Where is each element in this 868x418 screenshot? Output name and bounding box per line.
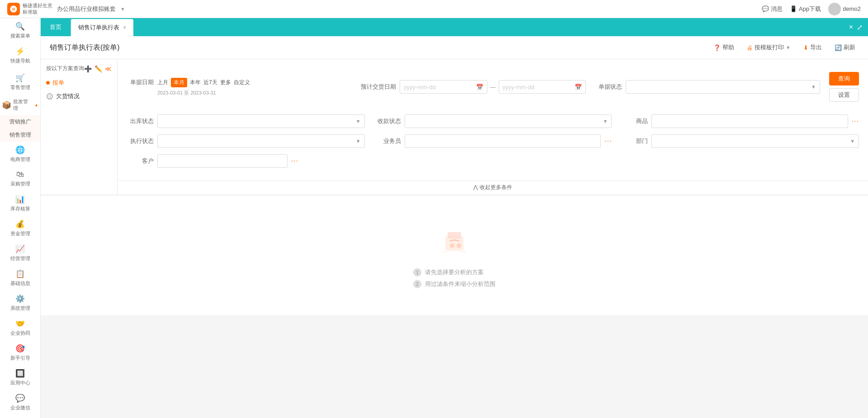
date-tab-current[interactable]: 本月 <box>171 78 187 87</box>
collapse-plan-icon[interactable]: ≪ <box>105 65 112 72</box>
salesperson-dots-btn[interactable]: ··· <box>604 137 612 145</box>
enterprise-collab-icon: 🤝 <box>15 319 25 328</box>
expected-date-range: yyyy-mm-dd 📅 — yyyy-mm-dd 📅 <box>400 80 586 94</box>
app-download-action[interactable]: 📱 App下载 <box>790 5 821 13</box>
wholesale-collapse-icon: ▲ <box>34 103 38 107</box>
product-input[interactable] <box>651 114 848 128</box>
empty-state-icon <box>436 223 472 259</box>
filter-field-date: 单据日期 上月 本月 本年 近7天 更多 自定义 <box>127 78 352 96</box>
system-mgmt-icon: ⚙️ <box>15 294 25 304</box>
customer-dots-btn[interactable]: ··· <box>291 157 298 165</box>
edit-plan-icon[interactable]: ✏️ <box>94 65 102 72</box>
empty-tip-2: 2 用过滤条件来缩小分析范围 <box>413 280 495 288</box>
exec-status-select[interactable]: ▼ <box>157 134 365 148</box>
tab-home[interactable]: 首页 <box>41 18 71 36</box>
sidebar-item-enterprise-wechat[interactable]: 💬 企业微信 <box>0 390 40 415</box>
retail-mgmt-icon: 🛒 <box>15 73 25 83</box>
finance-mgmt-icon: 💰 <box>15 219 25 229</box>
svg-rect-3 <box>445 237 463 250</box>
top-bar: 畅捷通好生意 标准版 办公用品行业模拟账套 ▼ 💬 消息 📱 App下载 dem… <box>0 0 868 18</box>
date-tab-custom[interactable]: 自定义 <box>234 79 250 86</box>
status-select[interactable]: ▼ <box>626 80 820 94</box>
app-title-dropdown-icon[interactable]: ▼ <box>120 6 125 12</box>
filter-option-by-order[interactable]: 按单 <box>41 76 117 90</box>
refresh-icon: 🔄 <box>835 44 842 51</box>
sidebar-item-search-menu[interactable]: 🔍 搜索菜单 <box>0 18 40 43</box>
content-area: 首页 销售订单执行表 × × ⤢ 销售订单执行表(按单) ❓ 帮助 <box>41 18 868 418</box>
payment-status-select[interactable]: ▼ <box>405 114 612 128</box>
collapse-btn[interactable]: ⋀ 收起更多条件 <box>118 180 868 194</box>
sidebar-item-inventory-check[interactable]: 📊 库存核算 <box>0 191 40 216</box>
add-plan-icon[interactable]: ➕ <box>84 65 92 72</box>
print-btn[interactable]: 🖨 按模板打印 ▼ <box>743 42 794 53</box>
sidebar-sub-item-sales-mgmt[interactable]: 销售管理 <box>0 128 40 142</box>
empty-state: 1 请先选择要分析的方案 2 用过滤条件来缩小分析范围 <box>41 196 868 315</box>
svg-point-6 <box>457 243 461 248</box>
top-bar-left: 畅捷通好生意 标准版 办公用品行业模拟账套 ▼ <box>7 3 125 15</box>
filter-form: 单据日期 上月 本月 本年 近7天 更多 自定义 <box>118 59 868 180</box>
sidebar-item-retail-mgmt[interactable]: 🛒 零售管理 <box>0 70 40 95</box>
maximize-btn[interactable]: ⤢ <box>857 23 863 32</box>
sidebar-item-wholesale-mgmt[interactable]: 📦 批发管理 ▲ <box>0 95 40 115</box>
quick-nav-icon: ⚡ <box>15 47 25 56</box>
refresh-btn[interactable]: 🔄 刷新 <box>831 42 859 53</box>
svg-text:欠: 欠 <box>48 95 52 99</box>
page-content: 销售订单执行表(按单) ❓ 帮助 🖨 按模板打印 ▼ ⬇ 导出 <box>41 36 868 418</box>
sidebar-item-ecommerce-mgmt[interactable]: 🌐 电商管理 <box>0 142 40 166</box>
expected-date-start[interactable]: yyyy-mm-dd 📅 <box>400 80 487 94</box>
sidebar-item-quick-nav[interactable]: ⚡ 快捷导航 <box>0 43 40 68</box>
query-button[interactable]: 查询 <box>829 72 859 86</box>
sidebar-item-finance-mgmt[interactable]: 💰 资金管理 <box>0 216 40 241</box>
export-icon: ⬇ <box>803 44 808 51</box>
date-tab-more[interactable]: 更多 <box>220 79 231 86</box>
new-guide-icon: 🎯 <box>15 344 25 353</box>
filter-option-backorder[interactable]: 欠 欠货情况 <box>41 90 117 103</box>
sidebar-item-enterprise-collab[interactable]: 🤝 企业协同 <box>0 315 40 340</box>
sidebar-item-new-guide[interactable]: 🎯 新手引导 <box>0 340 40 365</box>
customer-input[interactable] <box>157 154 288 168</box>
print-dropdown-icon[interactable]: ▼ <box>786 45 791 50</box>
filter-form-area: 单据日期 上月 本月 本年 近7天 更多 自定义 <box>118 59 868 194</box>
product-dots-btn[interactable]: ··· <box>852 117 859 125</box>
tab-bar-actions: × ⤢ <box>849 23 868 32</box>
empty-tips: 1 请先选择要分析的方案 2 用过滤条件来缩小分析范围 <box>413 268 495 288</box>
sidebar-sub-item-marketing[interactable]: 营销推广 <box>0 115 40 128</box>
sidebar-item-purchase-mgmt[interactable]: 🛍 采购管理 <box>0 166 40 191</box>
sidebar-item-basic-info[interactable]: 📋 基础信息 <box>0 266 40 290</box>
inventory-check-icon: 📊 <box>15 195 25 204</box>
sidebar-item-app-center[interactable]: 🔲 应用中心 <box>0 365 40 390</box>
app-title: 办公用品行业模拟账套 <box>57 5 116 13</box>
payment-status-label: 收款状态 <box>374 117 401 125</box>
warehouse-status-select[interactable]: ▼ <box>157 114 365 128</box>
filter-panel: 按以下方案查询 ➕ ✏️ ≪ 按单 欠 欠货情况 <box>41 59 868 194</box>
enterprise-wechat-icon: 💬 <box>15 394 25 403</box>
date-tab-7days[interactable]: 近7天 <box>203 79 217 86</box>
export-btn[interactable]: ⬇ 导出 <box>800 42 826 53</box>
settings-button[interactable]: 设置 <box>829 88 859 102</box>
search-menu-icon: 🔍 <box>15 22 25 31</box>
help-btn[interactable]: ❓ 帮助 <box>710 42 738 53</box>
ecommerce-mgmt-icon: 🌐 <box>15 145 25 155</box>
date-tab-prev[interactable]: 上月 <box>157 79 168 86</box>
department-label: 部门 <box>621 137 648 145</box>
tab-active[interactable]: 销售订单执行表 × <box>71 19 133 36</box>
sidebar-item-system-mgmt[interactable]: ⚙️ 系统管理 <box>0 290 40 315</box>
app-center-icon: 🔲 <box>15 369 25 378</box>
message-action[interactable]: 💬 消息 <box>762 5 783 13</box>
tip-num-2: 2 <box>413 280 421 288</box>
operation-mgmt-icon: 📈 <box>15 244 25 254</box>
expected-date-end[interactable]: yyyy-mm-dd 📅 <box>499 80 586 94</box>
date-range-text: 2023-03-01 至 2023-03-31 <box>157 90 216 95</box>
sidebar-item-operation-mgmt[interactable]: 📈 经营管理 <box>0 241 40 266</box>
sidebar-item-member[interactable]: 👑 畅会员 <box>0 415 40 418</box>
salesperson-input[interactable] <box>405 134 601 148</box>
filter-row-1: 单据日期 上月 本月 本年 近7天 更多 自定义 <box>127 66 859 108</box>
date-tab-year[interactable]: 本年 <box>190 79 201 86</box>
close-window-btn[interactable]: × <box>849 23 853 31</box>
user-avatar-action[interactable]: demo2 <box>828 3 861 15</box>
tab-close-icon[interactable]: × <box>123 24 126 31</box>
department-select[interactable]: ▼ <box>651 134 859 148</box>
help-icon: ❓ <box>713 44 721 51</box>
tip-num-1: 1 <box>413 268 421 276</box>
filter-sidebar: 按以下方案查询 ➕ ✏️ ≪ 按单 欠 欠货情况 <box>41 59 118 194</box>
